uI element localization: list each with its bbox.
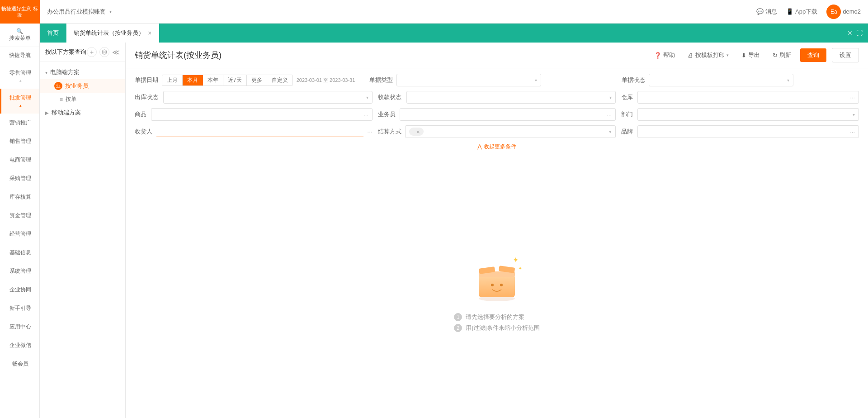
settlement-arrow-icon: ▾ <box>609 129 612 135</box>
help-btn[interactable]: ❓ 帮助 <box>651 49 679 61</box>
hint-1: 1 请先选择要分析的方案 <box>454 313 539 321</box>
empty-state: ✦ ✦ <box>454 245 539 332</box>
consignee-label: 收货人 <box>135 128 153 136</box>
brand-select[interactable]: ··· <box>637 125 859 138</box>
sidebar-item-operations[interactable]: 经营管理 <box>0 225 39 243</box>
salesman-dots: ··· <box>607 111 612 118</box>
close-window-icon[interactable]: ✕ <box>847 29 853 37</box>
sidebar-item-guide[interactable]: 新手引导 <box>0 299 39 318</box>
collapse-up-icon: ⋀ <box>477 143 483 150</box>
out-status-select[interactable]: ▾ <box>163 91 373 104</box>
goods-select[interactable]: ··· <box>151 108 373 121</box>
empty-svg: ✦ ✦ <box>467 245 526 304</box>
sidebar-item-marketing[interactable]: 营销推广 <box>0 114 39 132</box>
date-label: 单据日期 <box>135 76 158 84</box>
doc-type-label: 单据类型 <box>369 76 393 84</box>
topbar-right: 💬 消息 📱 App下载 Ea demo2 <box>756 5 861 19</box>
date-btn-prev-month[interactable]: 上月 <box>162 75 183 86</box>
hint-2: 2 用[过滤]条件来缩小分析范围 <box>454 324 539 332</box>
sidebar-item-enterprise[interactable]: 企业协同 <box>0 280 39 299</box>
message-btn[interactable]: 💬 消息 <box>756 8 777 16</box>
svg-point-10 <box>500 284 503 286</box>
add-scheme-btn[interactable]: + <box>87 47 97 57</box>
member-label: 畅会员 <box>1 360 39 368</box>
brand-dots: ··· <box>850 128 855 135</box>
date-btn-this-year[interactable]: 本年 <box>203 75 223 86</box>
sidebar-item-system[interactable]: 系统管理 <box>0 262 39 280</box>
app-logo[interactable]: 畅捷通好生意 标版 <box>0 0 40 24</box>
tab-close-icon[interactable]: × <box>148 30 151 36</box>
date-btn-custom[interactable]: 自定义 <box>267 75 292 86</box>
sidebar-item-basics[interactable]: 基础信息 <box>0 243 39 262</box>
warehouse-select[interactable]: ··· <box>637 91 859 104</box>
salesman-select[interactable]: ··· <box>400 108 616 121</box>
pay-status-select[interactable]: ▾ <box>406 91 616 104</box>
collapse-panel-btn[interactable]: ≪ <box>112 48 120 57</box>
settlement-select[interactable]: × ▾ <box>405 125 616 138</box>
sidebar-item-member[interactable]: 畅会员 <box>0 355 39 373</box>
date-btn-more[interactable]: 更多 <box>247 75 267 86</box>
sales-label: 销售管理 <box>1 138 39 145</box>
refresh-btn[interactable]: ↻ 刷新 <box>769 49 795 61</box>
system-label: 系统管理 <box>1 267 39 275</box>
consignee-input[interactable] <box>156 126 363 137</box>
sidebar-item-purchase[interactable]: 采购管理 <box>0 169 39 188</box>
export-btn[interactable]: ⬇ 导出 <box>738 49 764 61</box>
sidebar-item-retail[interactable]: 零售管理 ▴ <box>0 64 39 89</box>
mobile-scheme-group[interactable]: ▶ 移动端方案 <box>40 106 125 119</box>
company-dropdown-icon[interactable]: ▾ <box>109 9 112 14</box>
dept-select[interactable]: ▾ <box>637 108 859 121</box>
settlement-clear-btn[interactable]: × <box>415 128 422 135</box>
empty-illustration: ✦ ✦ <box>467 245 526 304</box>
wechat-label: 企业微信 <box>1 342 39 349</box>
maximize-window-icon[interactable]: ⛶ <box>856 29 863 37</box>
filter-row-4: 收货人 ··· 结算方式 × ▾ <box>135 125 859 138</box>
goods-label: 商品 <box>135 110 147 119</box>
sidebar-item-inventory[interactable]: 库存核算 <box>0 188 39 206</box>
sidebar-item-finance[interactable]: 资金管理 <box>0 206 39 225</box>
wholesale-arrow: ▴ <box>19 103 22 108</box>
edit-scheme-btn[interactable] <box>99 47 109 57</box>
refresh-label: 刷新 <box>779 51 791 59</box>
pay-status-arrow: ▾ <box>609 95 612 100</box>
doc-status-arrow: ▾ <box>787 78 789 83</box>
settlement-group: 结算方式 × ▾ <box>378 125 616 138</box>
page-content: 按以下方案查询 + ≪ ▾ <box>40 43 868 418</box>
date-filter-group: 单据日期 上月 本月 本年 近7天 更多 自定义 2023-03-01 至 20… <box>135 75 355 86</box>
tabbar: 首页 销货单统计表（按业务员） × ✕ ⛶ <box>40 24 868 43</box>
sidebar-item-wholesale[interactable]: 批发管理 ▴ <box>0 89 39 114</box>
tab-home[interactable]: 首页 <box>40 24 66 43</box>
sidebar-item-ecommerce[interactable]: 电商管理 <box>0 151 39 169</box>
company-name[interactable]: 办公用品行业模拟账套 <box>47 8 106 16</box>
search-menu[interactable]: 🔍 搜索菜单 <box>0 24 39 47</box>
message-label: 消息 <box>765 8 777 16</box>
collapse-filters-btn[interactable]: ⋀ 收起更多条件 <box>135 140 859 153</box>
warehouse-dots: ··· <box>850 94 855 101</box>
svg-rect-5 <box>479 275 515 297</box>
query-btn[interactable]: 查询 <box>800 48 826 62</box>
date-btn-7days[interactable]: 近7天 <box>223 75 247 86</box>
filter-row-1: 单据日期 上月 本月 本年 近7天 更多 自定义 2023-03-01 至 20… <box>135 74 859 86</box>
consignee-dots[interactable]: ··· <box>367 128 373 135</box>
mobile-scheme-label: 移动端方案 <box>52 109 81 117</box>
scheme-tree: ▾ 电脑端方案 业 按业务员 ≡ 按单 ▶ 移动端方案 <box>40 62 125 123</box>
svg-point-3 <box>105 52 106 52</box>
by-salesman-item[interactable]: 业 按业务员 <box>40 79 125 93</box>
sidebar-item-apps[interactable]: 应用中心 <box>0 318 39 336</box>
page-header-actions: ❓ 帮助 🖨 按模板打印 ▾ ⬇ 导出 ↻ 刷新 <box>651 48 859 62</box>
export-label: 导出 <box>748 51 760 59</box>
sidebar-item-wechat[interactable]: 企业微信 <box>0 336 39 355</box>
date-btn-this-month[interactable]: 本月 <box>183 75 203 86</box>
tab-sales-stat[interactable]: 销货单统计表（按业务员） × <box>66 24 159 43</box>
app-download-btn[interactable]: 📱 App下载 <box>786 8 817 16</box>
doc-status-select[interactable]: ▾ <box>649 74 793 86</box>
settings-btn[interactable]: 设置 <box>832 48 859 62</box>
print-btn[interactable]: 🖨 按模板打印 ▾ <box>684 49 732 61</box>
by-order-item[interactable]: ≡ 按单 <box>40 93 125 106</box>
sidebar-item-sales[interactable]: 销售管理 <box>0 132 39 151</box>
user-menu[interactable]: Ea demo2 <box>826 5 861 19</box>
doc-type-select[interactable]: ▾ <box>396 74 541 86</box>
date-options: 上月 本月 本年 近7天 更多 自定义 <box>162 75 293 86</box>
quick-nav[interactable]: 快捷导航 <box>0 47 39 64</box>
desktop-scheme-group[interactable]: ▾ 电脑端方案 <box>40 66 125 79</box>
